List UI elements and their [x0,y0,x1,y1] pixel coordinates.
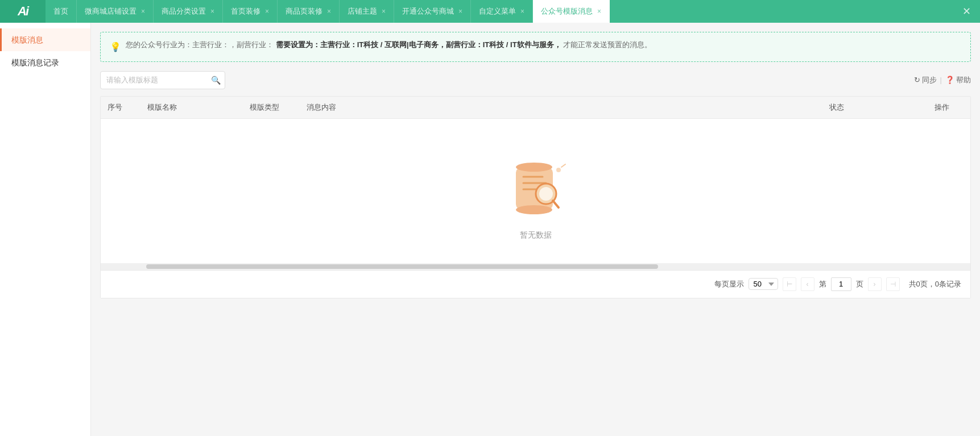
notice-text-before: 您的公众号行业为：主营行业：，副营行业： [126,40,274,49]
global-close-button[interactable]: ✕ [953,5,980,18]
empty-illustration [502,153,570,221]
sync-button[interactable]: ↻ 同步 [914,75,937,85]
page-size-label: 每页显示 [714,279,744,289]
nav-tab-close-category-settings[interactable]: × [210,7,214,15]
table-wrap: 序号 模版名称 模版类型 消息内容 状态 操作 [100,96,971,298]
nav-tab-custom-menu[interactable]: 自定义菜单 × [471,0,533,23]
prev-page-button[interactable]: ‹ [801,277,814,291]
page-prefix: 第 [819,279,826,289]
notice-text: 您的公众号行业为：主营行业：，副营行业： 需要设置为：主营行业：IT科技 / 互… [126,39,652,51]
nav-tab-close-shop-settings[interactable]: × [141,7,145,15]
main-content: 💡 您的公众号行业为：主营行业：，副营行业： 需要设置为：主营行业：IT科技 /… [91,23,980,436]
help-button[interactable]: ❓ 帮助 [945,75,971,85]
nav-tab-product-decoration[interactable]: 商品页装修 × [278,0,340,23]
table-header: 序号 模版名称 模版类型 消息内容 状态 操作 [101,97,970,119]
col-header-content: 消息内容 [300,97,822,118]
nav-tab-home[interactable]: 首页 [46,0,77,23]
first-page-button[interactable]: ⊢ [783,277,796,291]
sidebar-item-template-message-log[interactable]: 模版消息记录 [0,51,90,74]
logo-text: Ai [18,4,28,19]
last-page-button[interactable]: ⊣ [886,277,900,291]
search-input-wrap: 🔍 [100,71,225,89]
nav-tab-shop-settings[interactable]: 微商城店铺设置 × [77,0,154,23]
nav-tab-close-template-message[interactable]: × [597,7,601,15]
page-suffix: 页 [856,279,863,289]
nav-tabs: 首页微商城店铺设置 ×商品分类设置 ×首页装修 ×商品页装修 ×店铺主题 ×开通… [46,0,953,23]
action-divider: | [940,76,942,84]
col-header-type: 模版类型 [243,97,300,118]
nav-tab-close-open-wechat-mall[interactable]: × [458,7,462,15]
nav-tab-close-shop-theme[interactable]: × [382,7,386,15]
empty-text: 暂无数据 [520,230,552,240]
layout: 模版消息模版消息记录 💡 您的公众号行业为：主营行业：，副营行业： 需要设置为：… [0,23,980,436]
svg-point-3 [516,205,552,214]
nav-tab-category-settings[interactable]: 商品分类设置 × [154,0,223,23]
notice-text-after: 才能正常发送预置的消息。 [563,40,652,49]
search-bar: 🔍 ↻ 同步 | ❓ 帮助 [100,71,971,89]
top-nav: Ai 首页微商城店铺设置 ×商品分类设置 ×首页装修 ×商品页装修 ×店铺主题 … [0,0,980,23]
col-header-name: 模版名称 [140,97,243,118]
sync-icon: ↻ [914,76,920,84]
sidebar: 模版消息模版消息记录 [0,23,91,436]
svg-line-9 [553,201,559,207]
help-icon: ❓ [945,76,954,84]
nav-tab-shop-theme[interactable]: 店铺主题 × [340,0,394,23]
svg-point-8 [539,187,553,201]
logo: Ai [0,0,46,23]
page-number-input[interactable] [831,277,851,291]
nav-tab-close-custom-menu[interactable]: × [520,7,524,15]
nav-tab-homepage-decoration[interactable]: 首页装修 × [223,0,278,23]
notice-banner: 💡 您的公众号行业为：主营行业：，副营行业： 需要设置为：主营行业：IT科技 /… [100,32,971,62]
nav-tab-close-product-decoration[interactable]: × [327,7,331,15]
page-size-select[interactable]: 50 10 20 100 [749,278,778,290]
sidebar-item-template-message[interactable]: 模版消息 [0,28,90,51]
scrollbar-thumb[interactable] [146,264,658,269]
nav-tab-close-homepage-decoration[interactable]: × [265,7,269,15]
search-button[interactable]: 🔍 [211,76,221,85]
col-header-status: 状态 [822,97,913,118]
next-page-button[interactable]: › [868,277,882,291]
total-text: 共0页，0条记录 [909,279,961,289]
help-label: 帮助 [956,75,971,85]
pagination: 每页显示 50 10 20 100 ⊢ ‹ 第 页 › ⊣ 共0页，0条记录 [101,270,970,298]
nav-tab-template-message[interactable]: 公众号模版消息 × [533,0,610,23]
notice-text-emphasis: 需要设置为：主营行业：IT科技 / 互联网|电子商务，副营行业：IT科技 / I… [276,40,561,49]
sync-label: 同步 [922,75,937,85]
search-input[interactable] [100,71,225,89]
col-header-action: 操作 [913,97,970,118]
col-header-seq: 序号 [101,97,140,118]
horizontal-scrollbar[interactable] [101,263,970,270]
svg-line-11 [561,164,565,167]
nav-tab-open-wechat-mall[interactable]: 开通公众号商城 × [394,0,471,23]
search-actions: ↻ 同步 | ❓ 帮助 [914,75,971,85]
empty-state: 暂无数据 [101,119,970,263]
notice-icon: 💡 [110,40,121,55]
svg-point-2 [516,163,552,172]
svg-point-10 [556,168,561,172]
